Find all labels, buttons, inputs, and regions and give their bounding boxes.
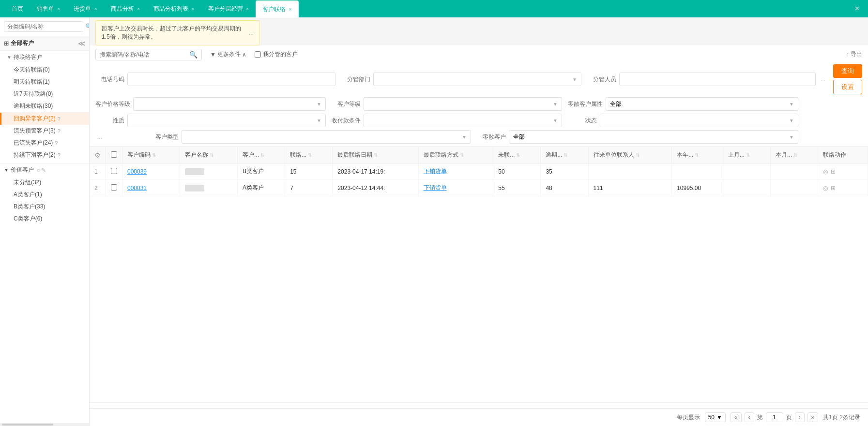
declining-help-icon[interactable]: ? — [58, 152, 61, 158]
nav-sales-close[interactable]: × — [57, 6, 60, 12]
nav-product-list-close[interactable]: × — [191, 6, 194, 12]
sidebar-tomorrow-pending[interactable]: 明天待联络(1) — [0, 76, 89, 88]
price-level-select[interactable]: ▼ — [133, 97, 326, 111]
filter-search-icon[interactable]: 🔍 — [189, 51, 198, 59]
col-contact-person[interactable]: 往来单位联系人 ⇅ — [588, 147, 672, 163]
my-customers-checkbox-label[interactable]: 我分管的客户 — [255, 50, 298, 59]
nav-customer-contact[interactable]: 客户联络 × — [256, 0, 298, 18]
filter-search-input[interactable] — [100, 51, 187, 58]
nav-customer-contact-close[interactable]: × — [289, 6, 291, 12]
row4-more-dots[interactable]: ... — [95, 133, 104, 140]
col-name-sort-icon[interactable]: ⇅ — [210, 152, 213, 158]
row1-action1-icon[interactable]: ◎ — [823, 168, 828, 175]
dept-select[interactable]: ▼ — [373, 73, 581, 86]
status-select[interactable]: ▼ — [600, 114, 798, 127]
sidebar-ungrouped[interactable]: 未分组(32) — [0, 176, 89, 189]
col-this-year[interactable]: 本年... ⇅ — [672, 147, 723, 163]
row2-select-checkbox[interactable] — [111, 184, 117, 191]
nav-home[interactable]: 首页 — [5, 0, 30, 17]
sidebar-a-customers[interactable]: A类客户(1) — [0, 189, 89, 201]
customer-level-select[interactable]: ▼ — [364, 97, 562, 111]
sidebar-lost-pre-warning[interactable]: 流失预警客户(3) ? — [0, 125, 89, 137]
col-unlisted-sort-icon[interactable]: ⇅ — [516, 152, 520, 158]
col-contact-person-sort-icon[interactable]: ⇅ — [636, 152, 640, 158]
row1-action2-icon[interactable]: ⊞ — [831, 168, 836, 175]
payment-select[interactable]: ▼ — [364, 114, 562, 127]
sidebar-declining[interactable]: 持续下滑客户(2) ? — [0, 149, 89, 161]
nav-customer-tier[interactable]: 客户分层经营 × — [201, 0, 256, 17]
last-page-button[interactable]: » — [807, 412, 819, 422]
my-customers-checkbox[interactable] — [255, 51, 261, 58]
nav-product-analysis[interactable]: 商品分析 × — [104, 0, 147, 17]
row1-name[interactable] — [180, 163, 238, 180]
col-code[interactable]: 客户编码 ⇅ — [122, 147, 180, 163]
nature-select[interactable]: ▼ — [127, 114, 326, 127]
sidebar-all-customers[interactable]: ⊞ 全部客户 ≪ — [0, 36, 89, 51]
row1-last-method[interactable]: 下销货单 — [418, 163, 493, 180]
prev-page-button[interactable]: ‹ — [745, 412, 754, 422]
lost-pre-help-icon[interactable]: ? — [58, 128, 61, 134]
nav-purchase[interactable]: 进货单 × — [67, 0, 104, 17]
sidebar-b-customers[interactable]: B类客户(33) — [0, 201, 89, 213]
table-horizontal-scrollbar[interactable] — [90, 402, 868, 408]
sidebar-today-pending[interactable]: 今天待联络(0) — [0, 64, 89, 76]
row2-code[interactable]: 000031 — [122, 180, 180, 196]
col-unlisted[interactable]: 未联... ⇅ — [493, 147, 541, 163]
more-conditions-button[interactable]: ▼ 更多条件 ∧ — [207, 48, 250, 60]
col-last-month[interactable]: 上月... ⇅ — [723, 147, 770, 163]
setup-button[interactable]: 设置 — [833, 80, 862, 94]
value-group-edit-icon[interactable]: ○ — [37, 167, 40, 174]
row2-name[interactable] — [180, 180, 238, 196]
col-contact-count[interactable]: 联络... ⇅ — [285, 147, 333, 163]
nav-purchase-close[interactable]: × — [94, 6, 97, 12]
nav-customer-tier-close[interactable]: × — [246, 6, 249, 12]
repurchase-anomaly-help-icon[interactable]: ? — [58, 116, 61, 122]
window-close-button[interactable]: × — [851, 4, 863, 13]
row2-action2-icon[interactable]: ⊞ — [831, 185, 836, 191]
sidebar-7days-pending[interactable]: 近7天待联络(0) — [0, 88, 89, 100]
phone-input[interactable] — [127, 73, 335, 86]
scattered-customer-select[interactable]: 全部 ▼ — [509, 130, 798, 144]
value-customers-header[interactable]: ▼ 价值客户 ○ ✎ — [0, 163, 89, 176]
first-page-button[interactable]: « — [731, 412, 742, 422]
col-this-month[interactable]: 本月... ⇅ — [771, 147, 818, 163]
sidebar-already-lost[interactable]: 已流失客户(24) ? — [0, 137, 89, 149]
query-button[interactable]: 查询 — [833, 64, 862, 78]
nav-product-analysis-close[interactable]: × — [137, 6, 140, 12]
nav-product-list[interactable]: 商品分析列表 × — [147, 0, 201, 17]
col-last-method-sort-icon[interactable]: ⇅ — [460, 152, 464, 158]
row1-select-checkbox[interactable] — [111, 168, 117, 174]
sidebar-search-icon[interactable]: 🔍 — [85, 23, 90, 30]
customer-type-select[interactable]: ▼ — [182, 130, 471, 144]
scattered-attr-select[interactable]: 全部 ▼ — [606, 97, 798, 111]
col-this-month-sort-icon[interactable]: ⇅ — [793, 152, 797, 158]
col-overdue[interactable]: 逾期... ⇅ — [541, 147, 588, 163]
value-group-add-icon[interactable]: ✎ — [41, 167, 46, 174]
sidebar-c-customers[interactable]: C类客户(6) — [0, 213, 89, 225]
col-last-contact-method[interactable]: 最后联络方式 ⇅ — [418, 147, 493, 163]
col-last-contact-date[interactable]: 最后联络日期 ⇅ — [333, 147, 418, 163]
collapse-sidebar-icon[interactable]: ≪ — [78, 40, 85, 47]
nav-sales[interactable]: 销售单 × — [30, 0, 67, 17]
col-customer-type[interactable]: 客户... ⇅ — [238, 147, 285, 163]
next-page-button[interactable]: › — [795, 412, 805, 422]
table-settings-icon[interactable]: ⚙ — [94, 151, 101, 159]
row2-action1-icon[interactable]: ◎ — [823, 185, 828, 191]
sidebar-overdue-contact[interactable]: 逾期未联络(30) — [0, 100, 89, 112]
col-this-year-sort-icon[interactable]: ⇅ — [695, 152, 699, 158]
already-lost-help-icon[interactable]: ? — [55, 140, 58, 146]
page-size-select[interactable]: 50 ▼ — [705, 412, 726, 422]
manager-input[interactable] — [619, 73, 816, 86]
sidebar-search-input[interactable] — [4, 21, 83, 32]
sidebar-repurchase-anomaly[interactable]: 回购异常客户(2) ? — [0, 113, 89, 125]
col-overdue-sort-icon[interactable]: ⇅ — [563, 152, 567, 158]
manager-more-icon[interactable]: ... — [819, 76, 827, 83]
col-last-month-sort-icon[interactable]: ⇅ — [746, 152, 750, 158]
col-contact-sort-icon[interactable]: ⇅ — [308, 152, 312, 158]
export-button[interactable]: ↑ 导出 — [846, 50, 862, 59]
col-type-sort-icon[interactable]: ⇅ — [260, 152, 264, 158]
col-name[interactable]: 客户名称 ⇅ — [180, 147, 238, 163]
pending-contact-header[interactable]: ▼ 待联络客户 — [0, 51, 89, 64]
col-code-sort-icon[interactable]: ⇅ — [152, 152, 156, 158]
current-page-input[interactable] — [766, 412, 783, 422]
